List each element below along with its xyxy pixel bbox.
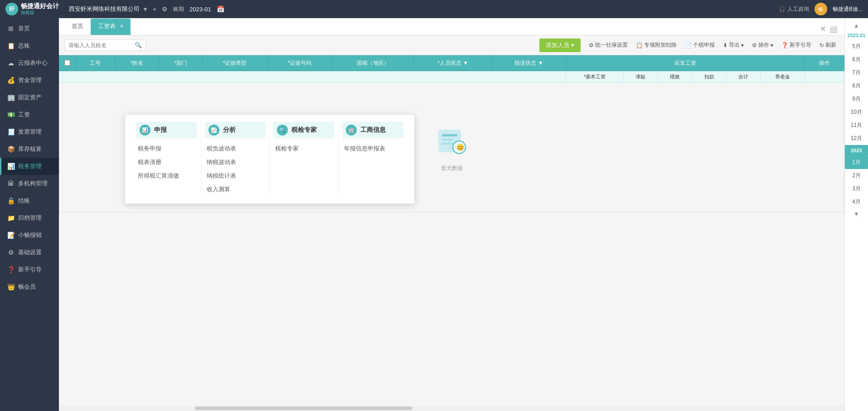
calendar-icon[interactable]: 📅 [217,5,224,13]
member-icon: 👑 [7,283,15,290]
export-dropdown-icon: ▾ [741,42,744,48]
sidebar-item-member[interactable]: 👑 畅会员 [0,278,59,295]
refresh-button[interactable]: ↻ 刷新 [817,39,839,51]
main-layout: ⊞ 首页 📋 总账 ☁ 云报表中心 💰 资金管理 🏢 固定资产 💵 工资 🧾 发… [0,18,868,411]
col-id-type: *证据类型 [203,56,267,71]
col-nationality: 国籍（地区） [332,56,413,71]
menu-section-tax-expert: 🔍 税检专家 税检专家 [270,122,339,196]
export-icon: ⬇ [723,42,727,48]
col-checkbox[interactable] [59,56,76,71]
menu-item-tax-check[interactable]: 税检专家 [273,142,335,155]
menu-section-business-info: 🏢 工商信息 年报信息申报表 [339,122,407,196]
add-person-button[interactable]: 添加人员 ▾ [539,39,581,52]
scroll-thumb[interactable] [195,406,412,410]
period-label: 账期 [173,5,184,13]
tax-report-button[interactable]: 📄 个税申报 [682,39,718,51]
menu-item-tax-declaration[interactable]: 税务申报 [136,142,197,155]
export-button[interactable]: ⬇ 导出 ▾ [720,39,747,51]
sidebar-item-funds[interactable]: 💰 资金管理 [0,72,59,89]
date-scroll-up[interactable]: ▲ [845,20,868,31]
refresh-icon: ↻ [820,42,824,48]
date-month-10[interactable]: 10月 [845,106,868,119]
date-month-8[interactable]: 8月 [845,79,868,92]
date-month-7[interactable]: 7月 [845,66,868,79]
sidebar-item-inventory[interactable]: 📦 库存核算 [0,140,59,158]
date-month-6[interactable]: 6月 [845,53,868,66]
sidebar-item-invoice[interactable]: 🧾 发票管理 [0,123,59,140]
sidebar-item-tax[interactable]: 📊 税务管理 [0,158,59,175]
search-wrap: 🔍 [64,39,146,51]
tab-home[interactable]: 首页 [64,19,91,35]
sidebar-item-label: 总账 [18,42,30,50]
date-month-9[interactable]: 9月 [845,92,868,106]
menu-item-annual-report[interactable]: 年报信息申报表 [342,142,404,155]
social-insurance-button[interactable]: ⚙ 统一社保设置 [586,39,630,51]
col-name: *姓名 [115,56,159,71]
company-selector[interactable]: 西安虾米网络科技有限公司 ▼ [69,5,148,13]
sidebar-item-home[interactable]: ⊞ 首页 [0,20,59,37]
select-all-checkbox[interactable] [64,60,70,66]
company-dropdown-icon[interactable]: ▼ [142,6,148,13]
search-icon[interactable]: 🔍 [135,42,142,48]
tab-salary-label: 工资表 [98,23,116,29]
date-month-2[interactable]: 2月 [845,169,868,182]
svg-rect-1 [442,134,457,136]
date-month-4[interactable]: 4月 [845,195,868,208]
add-icon[interactable]: + [153,5,156,13]
sidebar-item-assets[interactable]: 🏢 固定资产 [0,89,59,106]
sidebar-item-label: 工资 [18,111,30,119]
date-month-1-current[interactable]: 1月 [845,156,868,169]
menu-item-income-preview[interactable]: 收入测算 [205,183,266,196]
date-month-11[interactable]: 11月 [845,119,868,132]
special-deduct-button[interactable]: 📋 专项附加扣除 [633,39,679,51]
ledger-icon: 📋 [7,42,15,49]
service-label: 人工咨询 [787,5,809,13]
tab-close-button[interactable]: × [120,23,124,29]
tax-dropdown-menu: 📊 申报 税务申报 税表清册 所得税汇算清缴 📈 分析 税负波动表 纳税波动表 … [125,114,415,204]
user-name[interactable]: 畅捷通B迪... [833,5,863,13]
settings-icon[interactable]: ⚙ [162,5,168,13]
sidebar-item-closing[interactable]: 🔒 结账 [0,192,59,209]
tab-close-window[interactable]: ✕ [818,23,828,35]
tab-restore-icon[interactable]: ⬜ [828,24,839,35]
period-value[interactable]: 2023-01 [189,6,211,13]
section-header-analysis: 📈 分析 [205,122,266,138]
company-name[interactable]: 西安虾米网络科技有限公司 [69,5,140,13]
ops-dropdown-icon: ▾ [771,42,773,48]
date-month-3[interactable]: 3月 [845,182,868,195]
date-panel: ▲ 2023.01 5月 6月 7月 8月 9月 10月 11月 12月 202… [844,18,868,411]
date-month-5[interactable]: 5月 [845,40,868,53]
funds-icon: 💰 [7,77,15,84]
menu-item-tax-statistics[interactable]: 纳税统计表 [205,169,266,183]
date-scroll-down[interactable]: ▼ [845,208,868,219]
sidebar-item-multi[interactable]: 🏛 多机构管理 [0,175,59,192]
sidebar-item-ledger[interactable]: 📋 总账 [0,37,59,54]
section-header-declaration: 📊 申报 [136,122,197,138]
menu-item-tax-schedule[interactable]: 税表清册 [136,155,197,169]
menu-item-income-tax[interactable]: 所得税汇算清缴 [136,169,197,183]
sidebar-item-salary[interactable]: 💵 工资 [0,106,59,123]
table-wrap: 工号 *姓名 *部门 *证据类型 *证据号码 国籍（地区） *人员状态 ▼ 报送… [59,55,844,406]
horizontal-scrollbar[interactable] [59,406,844,411]
sidebar-item-report[interactable]: 📝 小畅报销 [0,227,59,244]
search-input[interactable] [68,42,132,48]
menu-item-tax-burden[interactable]: 税负波动表 [205,142,266,155]
newguide-button[interactable]: ❓ 新手引导 [779,39,814,51]
sidebar-item-label: 库存核算 [18,145,42,153]
service-button[interactable]: 🎧 人工咨询 [779,5,809,13]
operations-button[interactable]: ⚙ 操作 ▾ [749,39,776,51]
sidebar-item-archive[interactable]: 📁 归档管理 [0,209,59,227]
menu-item-tax-payment[interactable]: 纳税波动表 [205,155,266,169]
sidebar-item-label: 归档管理 [18,214,42,222]
social-icon: ⚙ [589,42,594,48]
date-month-12[interactable]: 12月 [845,132,868,145]
sidebar-item-cloud[interactable]: ☁ 云报表中心 [0,54,59,72]
analysis-icon: 📈 [209,125,219,135]
sidebar-item-guide[interactable]: ❓ 新手引导 [0,261,59,278]
sub-base-wage: *基本工资 [566,71,624,83]
sidebar-item-label: 固定资产 [18,93,42,102]
svg-rect-3 [442,143,455,145]
sidebar-item-label: 基础设置 [18,248,42,256]
sidebar-item-basic[interactable]: ⚙ 基础设置 [0,244,59,261]
tab-salary-table[interactable]: 工资表 × [91,19,131,35]
